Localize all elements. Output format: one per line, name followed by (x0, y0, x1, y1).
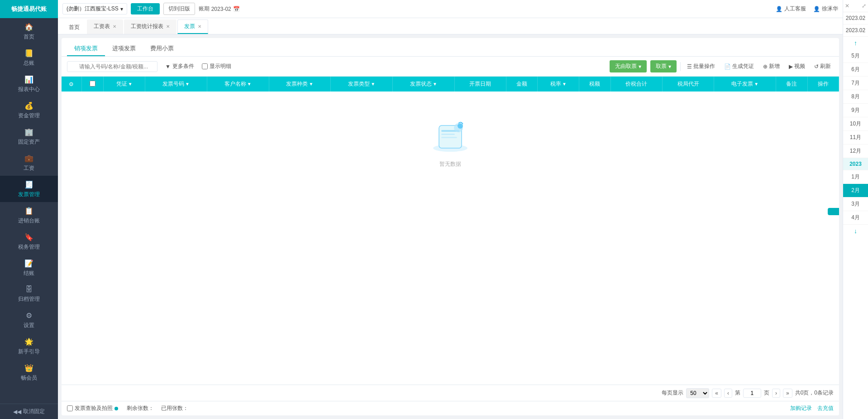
date-item-2023-02[interactable]: 2023.02 (843, 24, 868, 37)
th-open_date: 开票日期 (454, 77, 506, 92)
sidebar-item-sales_ledger[interactable]: 📋进销台账 (0, 202, 58, 228)
close-tab-invoice[interactable]: ✕ (198, 24, 201, 29)
date-item-11月[interactable]: 11月 (843, 131, 868, 144)
sub-tab-sales[interactable]: 销项发票 (67, 42, 105, 56)
empty-illustration (428, 119, 473, 155)
sort-icon-invoice_type: ▼ (309, 82, 313, 87)
recharge-link[interactable]: 去充值 (817, 405, 834, 412)
th-invoice_no[interactable]: 发票号码▼ (145, 77, 207, 92)
invoice-check-label[interactable]: 发票查验及拍照 (67, 405, 119, 412)
invoice-table: ⚙凭证▼发票号码▼客户名称▼发票种类▼发票类型▼发票状态▼开票日期金额税率▼税额… (62, 77, 839, 195)
page-size-select[interactable]: 50 10 20 100 (686, 388, 709, 398)
toolbar-left: 🔍 ▼ 更多条件 显示明细 (67, 60, 606, 72)
show-detail-checkbox[interactable]: 显示明细 (202, 63, 231, 70)
invoice-check-input[interactable] (67, 405, 73, 411)
add-icon: ⊕ (763, 63, 768, 70)
sidebar-item-archive[interactable]: 🗄归档管理 (0, 281, 58, 307)
video-button[interactable]: ▶ 视频 (786, 61, 808, 72)
rp-nav-up-btn[interactable]: ↑ (843, 37, 868, 49)
last-page-btn[interactable]: » (783, 389, 792, 398)
select-all-checkbox[interactable] (90, 81, 95, 87)
open-period-button[interactable]: 开账日期 (828, 208, 839, 215)
th-customer[interactable]: 客户名称▼ (207, 77, 269, 92)
th-invoice_type[interactable]: 发票种类▼ (269, 77, 331, 92)
close-tab-salary[interactable]: ✕ (113, 24, 116, 29)
rp-nav-down-btn[interactable]: ↓ (843, 225, 868, 237)
sidebar-item-ledger[interactable]: 📒总账 (0, 44, 58, 71)
sidebar-item-member[interactable]: 👑畅会员 (0, 359, 58, 385)
next-page-btn[interactable]: › (772, 389, 780, 398)
date-item-5月[interactable]: 5月 (843, 49, 868, 63)
date-item-4月[interactable]: 4月 (843, 211, 868, 225)
invoice-button[interactable]: 取票 ▾ (650, 60, 677, 72)
tab-invoice[interactable]: 发票✕ (177, 19, 208, 34)
svg-point-6 (458, 123, 463, 129)
add-record-link[interactable]: 加购记录 (790, 405, 812, 412)
sidebar-item-assets[interactable]: 🏢固定资产 (0, 123, 58, 149)
th-tax_rate[interactable]: 税率▼ (538, 77, 579, 92)
th-invoice_status[interactable]: 发票状态▼ (392, 77, 454, 92)
sub-tab-purchase[interactable]: 进项发票 (105, 42, 143, 56)
right-panel-close-btn[interactable]: ✕ (845, 3, 849, 9)
search-input[interactable] (67, 61, 157, 72)
date-item-12月[interactable]: 12月 (843, 144, 868, 158)
prev-page-btn[interactable]: ‹ (724, 389, 732, 398)
date-item-10月[interactable]: 10月 (843, 117, 868, 131)
sidebar-item-invoice_mgmt[interactable]: 🧾发票管理 (0, 176, 58, 202)
sidebar-item-guide[interactable]: 🌟新手引导 (0, 333, 58, 359)
page-input[interactable] (743, 389, 761, 398)
no-invoice-button[interactable]: 无由取票 ▾ (610, 60, 647, 72)
right-panel-header: ✕ ⤢ (843, 0, 868, 12)
th-checkbox (81, 77, 104, 92)
service-button[interactable]: 👤 人工客服 (776, 5, 806, 13)
date-item-1月[interactable]: 1月 (843, 170, 868, 184)
first-page-btn[interactable]: « (712, 389, 721, 398)
batch-op-button[interactable]: ☰ 批量操作 (684, 61, 718, 72)
sidebar-item-reports[interactable]: 📊报表中心 (0, 71, 58, 97)
video-icon: ▶ (789, 63, 793, 70)
refresh-icon: ↺ (814, 63, 819, 70)
sub-tab-expense[interactable]: 费用小票 (143, 42, 181, 56)
dropdown-icon: ▾ (120, 6, 123, 12)
more-conditions-btn[interactable]: ▼ 更多条件 (161, 60, 198, 72)
th-invoice_category[interactable]: 发票类型▼ (331, 77, 393, 92)
dropdown-arrow-icon: ▾ (639, 63, 641, 70)
company-selector[interactable]: (勿删）江西服宝-LSS ▾ (62, 3, 127, 14)
tab-home[interactable]: 首页 (62, 21, 86, 34)
sidebar: 畅捷通易代账 🏠首页📒总账📊报表中心💰资金管理🏢固定资产💼工资🧾发票管理📋进销台… (0, 0, 58, 419)
status-bar: 发票查验及拍照 剩余张数： 已用张数： 加购记录 去充值 (62, 401, 839, 415)
old-version-button[interactable]: 切到旧版 (163, 3, 195, 15)
date-item-2月[interactable]: 2月 (843, 184, 868, 197)
filter-icon: ▼ (165, 63, 171, 70)
empty-text: 暂无数据 (439, 160, 461, 168)
right-panel: ✕ ⤢ 2023.022023.02↑5月6月7月8月9月10月11月12月20… (843, 0, 868, 419)
sidebar-item-settlement[interactable]: 📝结账 (0, 255, 58, 281)
toolbar: 🔍 ▼ 更多条件 显示明细 无由取票 ▾ 取票 (62, 57, 839, 77)
refresh-button[interactable]: ↺ 刷新 (811, 61, 834, 72)
th-voucher[interactable]: 凭证▼ (104, 77, 145, 92)
sidebar-item-salary[interactable]: 💼工资 (0, 149, 58, 176)
date-item-3月[interactable]: 3月 (843, 197, 868, 211)
sidebar-collapse-btn[interactable]: ◀◀ 取消固定 (0, 404, 58, 419)
show-detail-input[interactable] (202, 63, 208, 69)
date-item-2023-02[interactable]: 2023.02 (843, 12, 868, 24)
workspace-button[interactable]: 工作台 (131, 3, 160, 14)
sidebar-item-home[interactable]: 🏠首页 (0, 18, 58, 44)
th-e_invoice[interactable]: 电子发票▼ (714, 77, 776, 92)
date-item-7月[interactable]: 7月 (843, 77, 868, 90)
generate-voucher-button[interactable]: 📄 生成凭证 (721, 61, 757, 72)
tab-salary[interactable]: 工资表✕ (87, 19, 123, 34)
sidebar-item-funds[interactable]: 💰资金管理 (0, 97, 58, 123)
right-panel-expand-btn[interactable]: ⤢ (862, 3, 866, 9)
pagination: 每页显示 50 10 20 100 « ‹ 第 页 › » 共0页，0条记录 (662, 388, 834, 398)
close-tab-salary_stat[interactable]: ✕ (166, 24, 170, 29)
date-item-9月[interactable]: 9月 (843, 104, 868, 117)
date-item-8月[interactable]: 8月 (843, 90, 868, 104)
salary-icon: 💼 (24, 154, 33, 163)
sidebar-item-settings[interactable]: ⚙设置 (0, 307, 58, 333)
sidebar-item-tax[interactable]: 🔖税务管理 (0, 228, 58, 255)
user-menu[interactable]: 👤 徐涿华 (813, 5, 838, 13)
tab-salary_stat[interactable]: 工资统计报表✕ (124, 19, 176, 34)
date-item-6月[interactable]: 6月 (843, 63, 868, 77)
new-button[interactable]: ⊕ 新增 (760, 61, 782, 72)
